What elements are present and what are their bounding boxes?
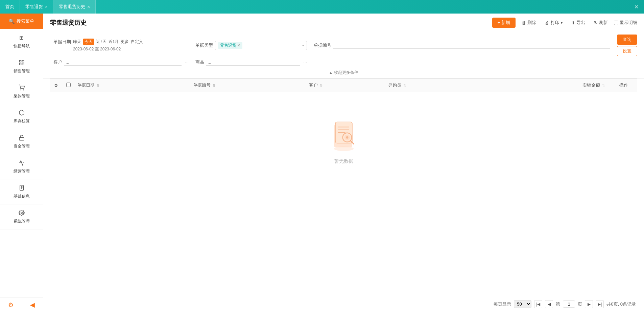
- table-body: 暂无数据: [50, 92, 637, 192]
- date-option-today[interactable]: 今天: [83, 39, 94, 45]
- sidebar-item-ops-mgmt-label: 经营管理: [14, 169, 30, 174]
- tab-retail-return[interactable]: 零售退货 ✕: [20, 0, 53, 14]
- content-area: 零售退货历史 + 新增 🗑 删除 🖨 打印 ▾ ⬆ 导出: [43, 14, 644, 312]
- sidebar-item-finance[interactable]: 资金管理: [0, 129, 43, 154]
- filter-doc-number-input[interactable]: [333, 42, 610, 49]
- date-option-more[interactable]: 更多: [121, 39, 129, 45]
- new-button[interactable]: + 新增: [492, 18, 516, 28]
- filter-product-dots: ···: [303, 60, 307, 65]
- sort-date-icon[interactable]: ⇅: [97, 84, 99, 87]
- filter-date-range: 2023-06-02 至 2023-06-02: [73, 46, 121, 52]
- sidebar-item-inventory[interactable]: 库存核算: [0, 104, 43, 129]
- total-label: 共0页, 0条记录: [606, 301, 636, 307]
- date-option-1month[interactable]: 近1月: [109, 39, 119, 45]
- th-guide: 导购员 ⇅: [385, 79, 483, 92]
- sort-guide-icon[interactable]: ⇅: [403, 84, 406, 87]
- display-toggle[interactable]: 显示明细: [614, 20, 637, 26]
- display-toggle-checkbox[interactable]: [614, 21, 618, 25]
- delete-button[interactable]: 🗑 删除: [519, 18, 539, 27]
- sidebar-item-inventory-label: 库存核算: [14, 118, 30, 124]
- date-option-7days[interactable]: 近7天: [96, 39, 106, 45]
- basic-info-icon: [18, 184, 25, 192]
- empty-state: 暂无数据: [50, 92, 637, 192]
- tab-retail-return-close[interactable]: ✕: [45, 5, 48, 9]
- tab-retail-return-history-label: 零售退货历史: [59, 4, 85, 10]
- data-table: ⚙ 单据日期 ⇅ 单据编号 ⇅: [50, 79, 637, 192]
- empty-state-icon: [327, 119, 361, 153]
- page-label: 第: [556, 301, 560, 307]
- date-option-custom[interactable]: 自定义: [131, 39, 143, 45]
- sidebar-item-ops-mgmt[interactable]: 经营管理: [0, 154, 43, 179]
- tab-retail-return-history-close[interactable]: ✕: [87, 5, 90, 9]
- date-option-yesterday[interactable]: 昨天: [73, 39, 81, 45]
- filter-customer-input[interactable]: [64, 59, 182, 66]
- svg-rect-6: [19, 137, 24, 140]
- ops-mgmt-icon: [18, 159, 25, 166]
- refresh-button[interactable]: ↻ 刷新: [591, 18, 611, 27]
- filter-doc-type-select[interactable]: 零售退货 ✕ ▾: [215, 41, 307, 50]
- next-page-button[interactable]: ▶: [585, 300, 593, 308]
- toolbar: + 新增 🗑 删除 🖨 打印 ▾ ⬆ 导出 ↻: [492, 18, 637, 28]
- filter-product-input[interactable]: [206, 59, 300, 66]
- export-icon: ⬆: [571, 20, 575, 25]
- tab-home[interactable]: 首页: [0, 0, 20, 14]
- search-icon: 🔍: [9, 19, 15, 24]
- sort-customer-icon[interactable]: ⇅: [320, 84, 323, 87]
- filter-doc-type-tag: 零售退货 ✕: [218, 42, 242, 49]
- settings-button[interactable]: 设置: [617, 46, 637, 56]
- filter-customer-item: 客户 ···: [50, 59, 192, 66]
- filter-date-label: 单据日期: [53, 39, 71, 45]
- filter-date-options: 昨天 今天 近7天 近1月 更多 自定义: [73, 39, 143, 45]
- sort-amount-icon[interactable]: ⇅: [602, 84, 605, 87]
- column-settings-icon[interactable]: ⚙: [54, 83, 58, 88]
- print-icon: 🖨: [545, 20, 549, 25]
- tab-home-label: 首页: [5, 4, 14, 10]
- window-close-button[interactable]: ✕: [634, 4, 644, 10]
- filter-customer-label: 客户: [53, 59, 62, 65]
- print-button[interactable]: 🖨 打印 ▾: [542, 18, 565, 27]
- filter-doc-type-remove[interactable]: ✕: [237, 43, 240, 48]
- page-title: 零售退货历史: [50, 19, 87, 27]
- sidebar-settings-icon[interactable]: ⚙: [8, 301, 14, 309]
- sidebar-collapse-icon[interactable]: ◀: [30, 301, 35, 309]
- filter-row-2: 客户 ··· 商品 ···: [50, 59, 637, 68]
- purchase-mgmt-icon: [18, 84, 25, 91]
- th-settings: ⚙: [50, 79, 62, 92]
- sidebar-item-basic-info-label: 基础信息: [14, 194, 30, 199]
- doc-type-dropdown-icon: ▾: [302, 44, 304, 47]
- svg-point-21: [346, 136, 348, 139]
- per-page-select[interactable]: 50 10 20 100: [514, 300, 531, 308]
- collapse-button[interactable]: ▲ 收起更多条件: [329, 70, 359, 75]
- sidebar-item-basic-info[interactable]: 基础信息: [0, 179, 43, 204]
- svg-point-4: [21, 90, 21, 90]
- sidebar-item-finance-label: 资金管理: [14, 143, 30, 149]
- sidebar-item-quick-nav[interactable]: ⊞ 快捷导航: [0, 29, 43, 54]
- first-page-button[interactable]: |◀: [534, 300, 542, 308]
- filter-customer-dots: ···: [185, 60, 189, 65]
- sidebar-item-sales-mgmt[interactable]: 销售管理: [0, 54, 43, 79]
- sales-mgmt-icon: [18, 59, 25, 66]
- sidebar-item-sys-mgmt[interactable]: 系统管理: [0, 204, 43, 229]
- page-input[interactable]: 1: [563, 300, 575, 308]
- export-button[interactable]: ⬆ 导出: [569, 18, 588, 27]
- sort-number-icon[interactable]: ⇅: [213, 84, 215, 87]
- print-dropdown-icon: ▾: [561, 21, 563, 25]
- delete-icon: 🗑: [522, 20, 526, 25]
- filter-date-item: 单据日期 昨天 今天 近7天 近1月 更多 自定义 2023-06-02 至 2…: [50, 39, 192, 52]
- last-page-button[interactable]: ▶|: [596, 300, 604, 308]
- sidebar-item-sys-mgmt-label: 系统管理: [14, 219, 30, 224]
- sidebar-item-sales-mgmt-label: 销售管理: [14, 68, 30, 74]
- page-title-row: 零售退货历史 + 新增 🗑 删除 🖨 打印 ▾ ⬆ 导出: [50, 18, 637, 28]
- sidebar: 🔍 搜索菜单 ⊞ 快捷导航 销售管理 采购管理 库存核算: [0, 14, 43, 312]
- finance-icon: [18, 134, 25, 141]
- svg-rect-0: [19, 60, 21, 62]
- select-all-checkbox[interactable]: [66, 83, 71, 87]
- sidebar-item-purchase-mgmt[interactable]: 采购管理: [0, 79, 43, 104]
- filter-product-item: 商品 ···: [192, 59, 310, 66]
- query-button[interactable]: 查询: [617, 35, 637, 45]
- sidebar-search[interactable]: 🔍 搜索菜单: [0, 14, 43, 29]
- svg-rect-1: [22, 60, 24, 62]
- filter-area: 单据日期 昨天 今天 近7天 近1月 更多 自定义 2023-06-02 至 2…: [50, 32, 637, 78]
- tab-retail-return-history[interactable]: 零售退货历史 ✕: [53, 0, 96, 14]
- prev-page-button[interactable]: ◀: [545, 300, 553, 308]
